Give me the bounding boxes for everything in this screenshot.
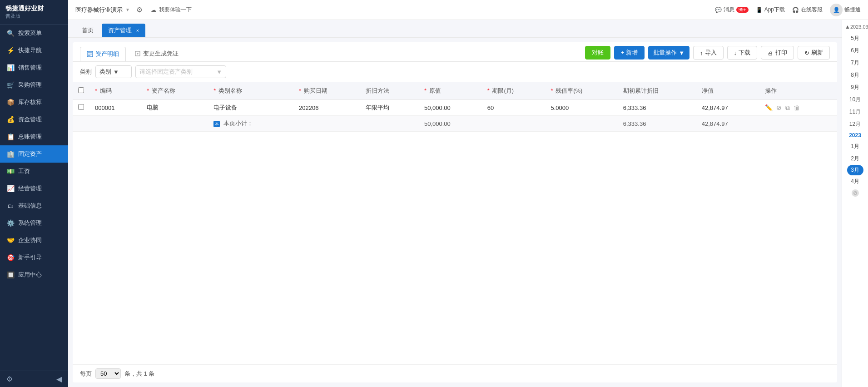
operations-icon: 📈 — [6, 185, 15, 192]
sidebar-item-collab[interactable]: 🤝 企业协同 — [0, 232, 68, 249]
row-checkbox[interactable] — [78, 104, 84, 110]
sidebar-item-finance[interactable]: 💰 资金管理 — [0, 111, 68, 128]
tab-home[interactable]: 首页 — [75, 24, 100, 37]
subtotal-depreciation: 6,333.36 — [618, 116, 696, 132]
month-4[interactable]: 4月 — [847, 175, 863, 188]
settings-icon[interactable]: ⚙ — [6, 375, 13, 383]
tab-asset-detail[interactable]: 资产明细 — [80, 47, 126, 61]
tab-change-voucher[interactable]: 变更生成凭证 — [128, 46, 185, 61]
sidebar-nav: 🔍 搜索菜单 ⚡ 快捷导航 📊 销售管理 🛒 采购管理 📦 库存核算 💰 资金管… — [0, 25, 68, 371]
table-row: 000001 电脑 电子设备 202206 — [73, 100, 837, 116]
sidebar-item-search[interactable]: 🔍 搜索菜单 — [0, 25, 68, 42]
sidebar-item-system[interactable]: ⚙️ 系统管理 — [0, 214, 68, 232]
sidebar-item-guide[interactable]: 🎯 新手引导 — [0, 249, 68, 266]
company-selector[interactable]: 医疗器械行业演示 ▼ — [75, 6, 130, 14]
month-2[interactable]: 2月 — [847, 153, 863, 165]
curr-year-months: 1月 2月 3月 4月 — [847, 140, 863, 188]
month-11[interactable]: 11月 — [849, 106, 861, 118]
import-button[interactable]: ↑ 导入 — [693, 46, 724, 60]
search-icon: 🔍 — [6, 30, 15, 37]
month-8[interactable]: 8月 — [849, 69, 861, 81]
sidebar-item-purchase[interactable]: 🛒 采购管理 — [0, 76, 68, 94]
quicknav-icon: ⚡ — [6, 47, 15, 54]
print-button[interactable]: 🖨 打印 — [761, 46, 794, 60]
dropdown-arrow-icon: ▼ — [216, 69, 222, 75]
svg-point-7 — [853, 191, 857, 195]
delete-icon[interactable]: 🗑 — [794, 104, 800, 111]
year-label[interactable]: 2023 — [842, 130, 868, 140]
month-9[interactable]: 9月 — [849, 81, 861, 94]
assets-table: * 编码 * 资产名称 * 类别名称 — [73, 82, 837, 132]
sidebar-item-sales[interactable]: 📊 销售管理 — [0, 59, 68, 76]
gear-icon[interactable]: ⚙ — [136, 5, 143, 14]
message-icon: 💬 — [715, 7, 722, 13]
month-3-active[interactable]: 3月 — [847, 165, 863, 175]
new-button[interactable]: + 新增 — [614, 46, 645, 60]
subtotal-icon: 本 — [213, 121, 220, 127]
month-10[interactable]: 10月 — [849, 94, 861, 106]
sidebar-item-label: 资金管理 — [18, 115, 42, 124]
total-label: 条，共 1 条 — [124, 370, 154, 378]
sidebar-item-inventory[interactable]: 📦 库存核算 — [0, 94, 68, 111]
tab-asset-mgmt[interactable]: 资产管理 × — [102, 24, 145, 37]
month-12[interactable]: 12月 — [849, 118, 861, 130]
app-title: 畅捷通好业财 — [5, 5, 63, 13]
sidebar-item-label: 采购管理 — [18, 81, 42, 89]
right-panel: ▲ 2023.03 ✕ ⛶ 5月 6月 7月 8月 9月 10月 11月 12月… — [842, 20, 868, 387]
refresh-button[interactable]: ↻ 刷新 — [798, 46, 830, 60]
copy-icon[interactable]: ⧉ — [785, 104, 790, 112]
batch-ops-button[interactable]: 批量操作 ▼ — [648, 46, 689, 60]
col-name: * 资产名称 — [141, 82, 208, 100]
month-6[interactable]: 6月 — [849, 45, 861, 57]
download-button[interactable]: ↓ 下载 — [727, 46, 758, 60]
category-type-select[interactable]: 类别 ▼ — [95, 65, 132, 78]
row-checkbox-cell[interactable] — [73, 100, 89, 116]
reconcile-button[interactable]: 对账 — [585, 46, 610, 60]
cloud-icon: ☁ — [151, 7, 156, 13]
refresh-icon: ↻ — [804, 50, 809, 56]
sidebar-item-salary[interactable]: 💵 工资 — [0, 163, 68, 180]
row-net-value: 42,874.97 — [696, 100, 759, 116]
app-download-btn[interactable]: 📱 App下载 — [756, 6, 785, 14]
tab-close-icon[interactable]: × — [136, 28, 139, 33]
sidebar-item-basicinfo[interactable]: 🗂 基础信息 — [0, 197, 68, 214]
collab-icon: 🤝 — [6, 237, 15, 244]
sidebar: 畅捷通好业财 普及版 🔍 搜索菜单 ⚡ 快捷导航 📊 销售管理 🛒 采购管理 📦… — [0, 0, 68, 387]
sidebar-item-quicknav[interactable]: ⚡ 快捷导航 — [0, 42, 68, 59]
up-arrow-icon[interactable]: ▲ — [845, 24, 850, 30]
online-service-btn[interactable]: 🎧 在线客服 — [792, 6, 823, 14]
sidebar-item-fixedassets[interactable]: 🏢 固定资产 — [0, 145, 68, 163]
col-actions: 操作 — [759, 82, 837, 100]
select-all-cell[interactable] — [73, 82, 89, 100]
company-name: 医疗器械行业演示 — [75, 6, 123, 14]
select-arrow-icon: ▼ — [113, 69, 119, 75]
scroll-down-icon[interactable] — [852, 189, 859, 197]
collapse-icon[interactable]: ◀ — [56, 375, 62, 383]
row-code: 000001 — [89, 100, 141, 116]
category-dropdown[interactable]: 请选择固定资产类别 ▼ — [135, 65, 226, 78]
col-original-value: * 原值 — [419, 82, 482, 100]
sidebar-item-operations[interactable]: 📈 经营管理 — [0, 180, 68, 197]
disable-icon[interactable]: ⊘ — [776, 104, 782, 111]
sidebar-footer: ⚙ ◀ — [0, 371, 68, 387]
service-icon: 🎧 — [792, 7, 799, 13]
subtotal-label: 本页小计： — [223, 120, 253, 127]
experience-btn[interactable]: ☁ 我要体验一下 — [151, 6, 192, 14]
user-profile[interactable]: 👤 畅捷通 — [830, 4, 861, 16]
month-5[interactable]: 5月 — [849, 32, 861, 45]
per-page-select[interactable]: 50 100 — [95, 368, 121, 379]
filter-row: 类别 类别 ▼ 请选择固定资产类别 ▼ — [73, 62, 837, 82]
sidebar-item-appcenter[interactable]: 🔲 应用中心 — [0, 266, 68, 283]
messages-btn[interactable]: 💬 消息 99+ — [715, 6, 749, 14]
month-7[interactable]: 7月 — [849, 57, 861, 69]
guide-icon: 🎯 — [6, 254, 15, 261]
company-arrow-icon: ▼ — [125, 7, 130, 12]
edit-icon[interactable]: ✏️ — [765, 104, 773, 111]
subtotal-net: 42,874.97 — [696, 116, 759, 132]
appcenter-icon: 🔲 — [6, 271, 15, 278]
sidebar-item-ledger[interactable]: 📋 总账管理 — [0, 128, 68, 145]
select-all-checkbox[interactable] — [78, 87, 84, 93]
row-category: 电子设备 — [208, 100, 293, 116]
month-1[interactable]: 1月 — [847, 140, 863, 153]
sidebar-item-label: 总账管理 — [18, 133, 42, 141]
